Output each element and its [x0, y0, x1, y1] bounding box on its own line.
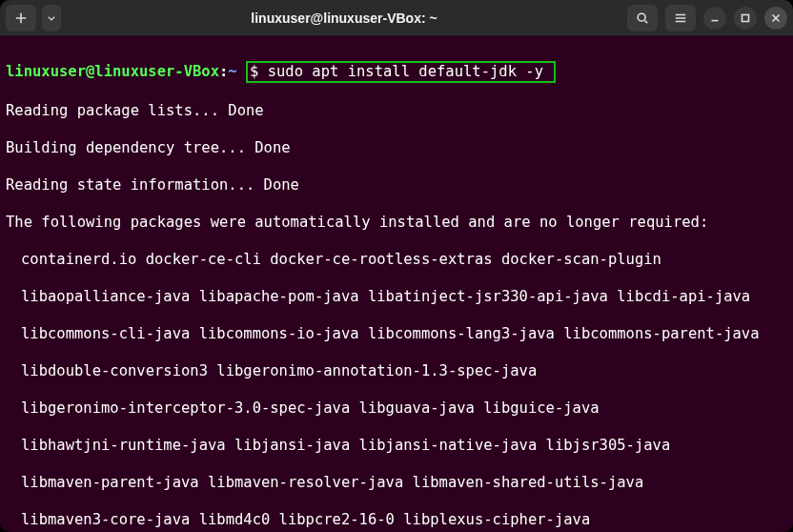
prompt-user-host: linuxuser@linuxuser-VBox — [6, 63, 219, 80]
close-button[interactable] — [764, 7, 787, 30]
output-line: Building dependency tree... Done — [6, 139, 787, 158]
svg-point-0 — [638, 13, 645, 21]
output-line: Reading state information... Done — [6, 176, 787, 195]
output-line: libhawtjni-runtime-java libjansi-java li… — [6, 437, 787, 456]
chevron-down-icon — [47, 13, 56, 23]
search-button[interactable] — [627, 5, 658, 31]
output-line: libaopalliance-java libapache-pom-java l… — [6, 288, 787, 307]
output-line: libmaven-parent-java libmaven-resolver-j… — [6, 474, 787, 493]
svg-rect-1 — [742, 14, 749, 21]
output-line: libcommons-cli-java libcommons-io-java l… — [6, 325, 787, 344]
output-line: The following packages were automaticall… — [6, 214, 787, 233]
new-tab-dropdown-button[interactable] — [42, 5, 61, 31]
minimize-icon — [708, 11, 722, 25]
close-icon — [769, 11, 783, 25]
minimize-button[interactable] — [703, 7, 726, 30]
titlebar: linuxuser@linuxuser-VBox: ~ — [0, 0, 793, 36]
maximize-button[interactable] — [734, 7, 757, 30]
hamburger-icon — [674, 11, 687, 25]
prompt-path: ~ — [228, 63, 236, 80]
output-line: libgeronimo-interceptor-3.0-spec-java li… — [6, 399, 787, 419]
window-title: linuxuser@linuxuser-VBox: ~ — [67, 10, 621, 26]
maximize-icon — [739, 11, 752, 25]
menu-button[interactable] — [665, 5, 696, 31]
search-icon — [636, 11, 649, 25]
new-tab-button[interactable] — [6, 5, 36, 31]
plus-icon — [14, 11, 28, 25]
prompt-line: linuxuser@linuxuser-VBox:~ $ sudo apt in… — [6, 61, 787, 84]
command-highlight-box: $ sudo apt install default-jdk -y — [246, 61, 556, 84]
prompt-colon: : — [219, 63, 228, 80]
command-text: sudo apt install default-jdk -y — [268, 63, 543, 80]
output-line: libdouble-conversion3 libgeronimo-annota… — [6, 362, 787, 381]
prompt-symbol: $ — [250, 63, 258, 80]
output-line: Reading package lists... Done — [6, 102, 787, 121]
terminal-area[interactable]: linuxuser@linuxuser-VBox:~ $ sudo apt in… — [0, 36, 793, 532]
output-line: containerd.io docker-ce-cli docker-ce-ro… — [6, 251, 787, 270]
output-line: libmaven3-core-java libmd4c0 libpcre2-16… — [6, 511, 787, 530]
